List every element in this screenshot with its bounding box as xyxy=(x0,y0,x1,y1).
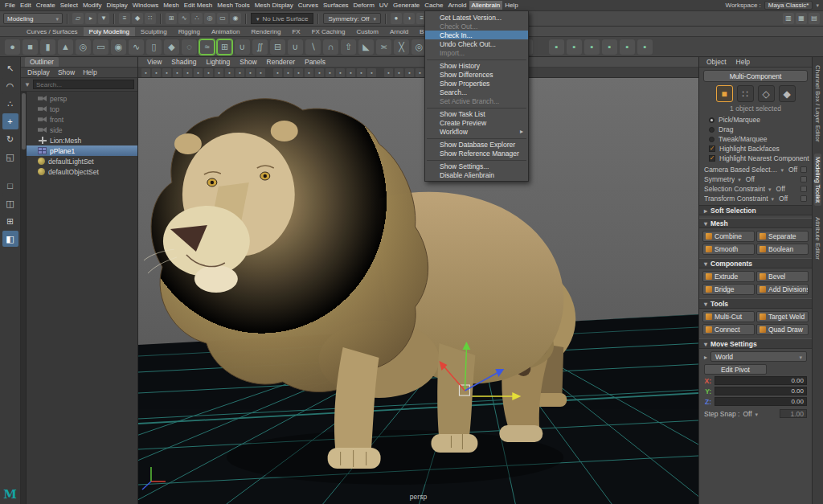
dropdown-menu-item[interactable]: Import... xyxy=(425,48,528,57)
dropdown-menu-item[interactable]: Set Active Branch... xyxy=(425,96,528,105)
render-current-frame-icon[interactable]: ● xyxy=(391,13,402,24)
grid-toggle-icon[interactable]: ▪ xyxy=(215,68,223,77)
menu-item[interactable]: Edit xyxy=(18,1,34,10)
combine-icon[interactable]: ∪ xyxy=(235,39,250,55)
outliner-menu-item[interactable]: Show xyxy=(55,68,78,76)
outliner-search-input[interactable] xyxy=(33,80,134,89)
select-component-icon[interactable]: ∷ xyxy=(145,13,156,24)
step-snap-amount[interactable]: 1.00 xyxy=(780,409,807,418)
shelf-tab[interactable]: Arnold xyxy=(384,27,414,36)
save-scene-icon[interactable]: ▼ xyxy=(98,13,109,24)
four-pane-layout-icon[interactable]: ⊞ xyxy=(2,213,18,229)
pan-zoom-2d-icon[interactable]: ▪ xyxy=(194,68,203,77)
menu-item[interactable]: Edit Mesh xyxy=(182,1,215,10)
shaded-icon[interactable]: ▪ xyxy=(284,68,293,77)
separate-icon[interactable]: ∬ xyxy=(252,39,268,55)
menu-item[interactable]: Surfaces xyxy=(321,1,351,10)
menu-item[interactable]: Curves xyxy=(296,1,321,10)
safe-title-icon[interactable]: ▪ xyxy=(256,68,265,77)
disc-icon[interactable]: ◉ xyxy=(111,39,126,55)
right-tab[interactable]: Channel Box / Layer Editor xyxy=(814,62,821,145)
outliner-item[interactable]: front xyxy=(27,114,137,125)
component-button[interactable]: Extrude xyxy=(702,271,755,282)
tool-button[interactable]: Multi-Cut xyxy=(702,311,755,322)
snap-to-point-icon[interactable]: ∴ xyxy=(191,13,203,24)
multi-component-icon[interactable]: ■ xyxy=(716,85,733,102)
tools-section-header[interactable]: Tools xyxy=(699,298,812,309)
radio-option[interactable]: Pick/Marquee xyxy=(699,115,812,125)
option-box-icon[interactable] xyxy=(800,166,807,173)
menu-item[interactable]: UV xyxy=(377,1,391,10)
menu-item[interactable]: Select xyxy=(58,1,80,10)
dropdown-menu-item[interactable]: Show Database Explorer xyxy=(425,140,528,149)
option-box-icon[interactable] xyxy=(800,186,807,192)
two-pane-layout-icon[interactable]: ◫ xyxy=(2,195,18,211)
dropdown-menu-item[interactable]: Show Settings... xyxy=(425,162,528,170)
extrude-icon[interactable]: ⇧ xyxy=(341,39,356,55)
show-modeling-toolkit-icon[interactable]: ▦ xyxy=(796,13,807,24)
dropdown-menu-item[interactable]: Show History xyxy=(425,61,528,70)
menu-set-selector[interactable]: Modeling xyxy=(3,13,63,24)
dropdown-menu-item[interactable]: Get Latest Version... xyxy=(425,13,528,22)
grab-brush-icon[interactable]: ▪ xyxy=(602,39,617,55)
extract-icon[interactable]: ⊟ xyxy=(270,39,285,55)
menu-item[interactable]: Mesh Display xyxy=(252,1,296,10)
shelf-tab[interactable]: FX Caching xyxy=(306,27,351,36)
lights-icon[interactable]: ▪ xyxy=(305,68,313,77)
tool-button[interactable]: Quad Draw xyxy=(756,324,809,335)
fog-icon[interactable]: ▪ xyxy=(357,68,366,77)
viewport-menu-item[interactable]: Panels xyxy=(301,58,330,66)
move-settings-header[interactable]: Move Settings xyxy=(699,338,812,349)
outliner-menu-item[interactable]: Help xyxy=(80,68,100,76)
selection-dropdown[interactable]: Camera Based Selection Off xyxy=(699,165,812,174)
tool-button[interactable]: Connect xyxy=(702,324,755,335)
isolate-select-icon[interactable]: ▪ xyxy=(384,68,393,77)
torus-icon[interactable]: ◎ xyxy=(76,39,91,55)
edge-icon[interactable]: ◇ xyxy=(758,85,775,102)
vertex-icon[interactable]: ∷ xyxy=(737,85,754,102)
menu-item[interactable]: Cache xyxy=(422,1,445,10)
open-scene-icon[interactable]: ▸ xyxy=(85,13,96,24)
mesh-button[interactable]: Boolean xyxy=(756,244,809,255)
grease-pencil-icon[interactable]: ▪ xyxy=(204,68,213,77)
film-gate-icon[interactable]: ▪ xyxy=(225,68,234,77)
workspace-selector[interactable]: Workspace : Maya Classic* xyxy=(725,1,823,10)
viewport-menu-item[interactable]: Shading xyxy=(167,58,200,66)
select-tool-icon[interactable]: ↖ xyxy=(2,60,18,76)
exposure-icon[interactable]: ▪ xyxy=(405,68,414,77)
menu-item[interactable]: Mesh Tools xyxy=(215,1,252,10)
cube-icon[interactable]: ■ xyxy=(23,39,38,55)
dropdown-menu-item[interactable]: Show Differences xyxy=(425,70,528,79)
paint-select-tool-icon[interactable]: ∴ xyxy=(2,96,18,112)
outliner-item[interactable]: persp xyxy=(27,93,137,104)
shelf-tab[interactable]: FX xyxy=(286,27,305,36)
dropdown-menu-item[interactable]: Search... xyxy=(425,88,528,96)
snap-to-view-plane-icon[interactable]: ▭ xyxy=(217,13,228,24)
radio-option[interactable]: Tweak/Marquee xyxy=(699,134,812,144)
perspective-viewport[interactable]: ViewShadingLightingShowRendererPanels ▪▪… xyxy=(138,57,699,504)
option-box-icon[interactable] xyxy=(800,195,807,202)
union-icon[interactable]: ∪ xyxy=(288,39,303,55)
selection-dropdown[interactable]: Symmetry Off xyxy=(699,174,812,184)
viewport-canvas[interactable]: persp xyxy=(138,78,698,504)
depth-of-field-icon[interactable]: ▪ xyxy=(367,68,376,77)
bevel-icon[interactable]: ◣ xyxy=(358,39,374,55)
viewport-menu-item[interactable]: Lighting xyxy=(202,58,234,66)
symmetry-selector[interactable]: Symmetry: Off xyxy=(323,13,380,24)
component-button[interactable]: Add Divisions xyxy=(756,284,809,295)
dropdown-menu-item[interactable] xyxy=(427,106,526,109)
viewport-menu-item[interactable]: View xyxy=(143,58,166,66)
menu-item[interactable]: Deform xyxy=(351,1,377,10)
motion-blur-icon[interactable]: ▪ xyxy=(336,68,345,77)
soccer-icon[interactable]: ◌ xyxy=(182,39,197,55)
gate-mask-icon[interactable]: ▪ xyxy=(246,68,255,77)
menu-item[interactable]: Modify xyxy=(80,1,104,10)
wireframe-icon[interactable]: ▪ xyxy=(273,68,282,77)
multisample-aa-icon[interactable]: ▪ xyxy=(346,68,355,77)
snap-to-curve-icon[interactable]: ∿ xyxy=(178,13,190,24)
soft-selection-header[interactable]: Soft Selection xyxy=(699,205,812,215)
dropdown-menu-item[interactable] xyxy=(427,137,526,139)
menu-item[interactable]: Arnold xyxy=(445,1,469,10)
mesh-section-header[interactable]: Mesh xyxy=(699,218,812,228)
bookmark-icon[interactable]: ▪ xyxy=(173,68,182,77)
